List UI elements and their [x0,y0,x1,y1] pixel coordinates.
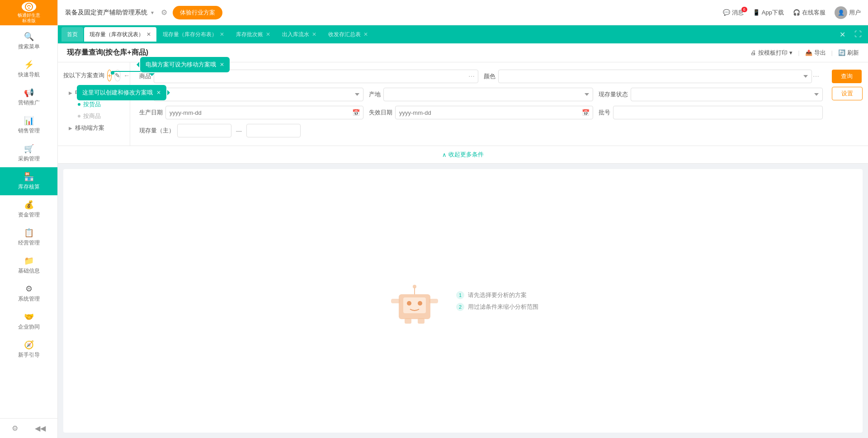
plan-dot2 [78,115,80,118]
svg-point-0 [25,3,33,10]
batch-input-wrapper [613,106,823,119]
sidebar-item-search[interactable]: 🔍 搜索菜单 [0,27,57,55]
system-dropdown-icon[interactable]: ▾ [151,9,154,16]
batch-input[interactable] [613,106,823,119]
tab-expand-icon[interactable]: ⛶ [852,30,864,38]
app-download-btn[interactable]: 📱 App下载 [753,9,784,17]
tab-batch-ledger[interactable]: 库存批次账 ✕ [231,27,276,42]
range-separator: — [234,127,244,134]
expire-date-label: 失效日期 [369,108,392,117]
export-btn[interactable]: 📤 导出 [805,49,826,57]
tooltip-1-container: 电脑方案可设为移动方案哦 ✕ [140,57,230,72]
empty-step-2: 2 用过滤条件来缩小分析范围 [456,303,538,311]
settings-icon[interactable]: ⚙ [161,8,167,17]
header-actions: 🖨 按模板打印 ▾ | 📤 导出 | 🔄 刷新 [750,49,859,57]
stock-qty-max-input[interactable] [246,124,301,137]
tab-home[interactable]: 首页 [61,27,83,42]
origin-select[interactable] [383,88,593,101]
filter-main-panel: 商品 ⋯ 颜色 ⋯ [130,62,832,146]
expire-date-icon[interactable]: 📅 [582,109,590,116]
collapse-row[interactable]: ∧ 收起更多条件 [58,146,868,164]
tooltip-1-text: 电脑方案可设为移动方案哦 [146,61,216,69]
reset-button[interactable]: 设置 [832,87,863,100]
expand-icon-mobile: ▶ [69,126,72,131]
experience-button[interactable]: 体验行业方案 [173,6,222,19]
sidebar-settings-btn[interactable]: ⚙ [12,424,18,433]
color-more-icon[interactable]: ⋯ [813,73,819,80]
tab-in-out-flow[interactable]: 出入库流水 ✕ [277,27,322,42]
sidebar-item-finance[interactable]: 💰 资金管理 [0,195,57,223]
sidebar: 畅通好生意 标准版 🔍 搜索菜单 ⚡ 快速导航 📢 营销推广 📊 销售管理 🛒 … [0,0,58,438]
empty-illustration: 1 请先选择要分析的方案 2 用过滤条件来缩小分析范围 [387,274,538,328]
print-btn[interactable]: 🖨 按模板打印 ▾ [750,49,793,57]
query-button[interactable]: 查询 [832,70,862,83]
filter-arrow-btn[interactable]: ← [123,72,130,79]
size-select[interactable] [154,88,363,101]
tab-inventory-dist[interactable]: 现存量（库存分布表） ✕ [157,27,230,42]
sidebar-item-basic[interactable]: 📁 基础信息 [0,251,57,279]
tab-close-inventory-dist[interactable]: ✕ [220,31,224,38]
tab-inventory-status[interactable]: 现存量（库存状况表） ✕ [84,27,156,42]
field-batch: 批号 [599,106,823,119]
content-area: 现存量查询(按仓库+商品) 🖨 按模板打印 ▾ | 📤 导出 | 🔄 刷新 [58,43,868,438]
produce-date-input[interactable] [165,106,363,119]
expire-date-input[interactable] [395,106,593,119]
user-btn[interactable]: 👤 用户 [835,6,861,19]
tab-close-inventory-status[interactable]: ✕ [146,31,151,38]
tab-bar-right: ✕ ⛶ [837,30,864,39]
field-produce-date: 生产日期 📅 [139,106,363,119]
svg-rect-7 [418,318,425,324]
tab-summary[interactable]: 收发存汇总表 ✕ [323,27,373,42]
produce-date-wrapper: 📅 [165,106,363,119]
message-icon: 💬 [723,9,730,16]
plan-node-by-product[interactable]: 按商品 [74,110,130,122]
sidebar-item-enterprise[interactable]: 🤝 企业协同 [0,307,57,335]
sidebar-bottom: ⚙ ◀◀ [0,418,57,438]
sidebar-item-inventory[interactable]: 🏪 库存核算 [0,167,57,195]
purchase-icon: 🛒 [24,144,34,154]
tab-bar: 首页 现存量（库存状况表） ✕ 现存量（库存分布表） ✕ 库存批次账 ✕ 出入库… [58,25,868,43]
plan-pc-children: 按货品 按商品 [65,99,130,122]
tooltip-2: 这里可以创建和修改方案哦 ✕ [77,85,166,100]
edit-plan-btn[interactable]: ✎ [114,70,121,81]
finance-icon: 💰 [24,200,34,210]
tooltip-1-close[interactable]: ✕ [220,61,224,68]
origin-label: 产地 [369,90,381,99]
produce-date-icon[interactable]: 📅 [352,109,360,116]
sidebar-item-system[interactable]: ⚙ 系统管理 [0,279,57,307]
stock-status-select[interactable] [631,88,823,101]
color-select[interactable] [498,70,812,83]
tab-close-summary[interactable]: ✕ [363,31,368,38]
stock-qty-min-input[interactable] [177,124,231,137]
sidebar-item-guide[interactable]: 🧭 新手引导 [0,335,57,363]
phone-icon: 📱 [753,9,760,16]
page-title: 现存量查询(按仓库+商品) [67,48,148,57]
add-plan-btn[interactable]: + [107,70,112,81]
product-more-icon[interactable]: ⋯ [468,73,475,80]
refresh-btn[interactable]: 🔄 刷新 [838,49,859,57]
sidebar-item-sales[interactable]: 📊 销售管理 [0,111,57,139]
stock-status-select-wrapper [631,88,823,101]
field-stock-qty: 现存量（主） — [139,124,320,137]
message-badge: 6 [741,7,747,12]
sidebar-item-marketing[interactable]: 📢 营销推广 [0,83,57,111]
tab-close-in-out-flow[interactable]: ✕ [312,31,316,38]
expire-date-wrapper: 📅 [395,106,593,119]
sidebar-item-quick-nav[interactable]: ⚡ 快速导航 [0,55,57,83]
online-support-btn[interactable]: 🎧 在线客服 [793,9,826,17]
empty-robot-icon [387,274,442,328]
tooltip-2-close[interactable]: ✕ [156,89,161,96]
filter-row-3: 生产日期 📅 失效日期 📅 批号 [139,106,823,119]
origin-select-wrapper [383,88,593,101]
system-name: 装备及固定资产辅助管理系统 [65,9,147,17]
field-color: 颜色 ⋯ [484,70,823,83]
tab-close-all-icon[interactable]: ✕ [837,30,848,39]
sidebar-item-purchase[interactable]: 🛒 采购管理 [0,139,57,167]
sidebar-collapse-btn[interactable]: ◀◀ [35,424,46,433]
plan-node-mobile[interactable]: ▶ 移动端方案 [65,122,130,134]
collapse-text: 收起更多条件 [448,151,484,159]
tab-close-batch-ledger[interactable]: ✕ [266,31,270,38]
message-btn[interactable]: 💬 消息 6 [723,9,744,17]
sidebar-item-operation[interactable]: 📋 经营管理 [0,223,57,251]
field-size: 尺码 [139,88,363,101]
